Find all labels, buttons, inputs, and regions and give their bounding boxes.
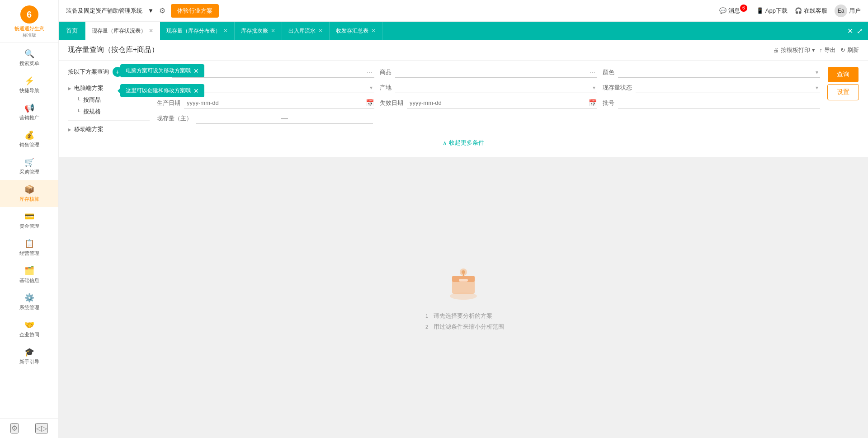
warehouse-dots[interactable]: ··· — [365, 68, 374, 76]
tab-recv-summary[interactable]: 收发存汇总表 ✕ — [330, 22, 382, 40]
expire-date-calendar-icon[interactable]: 📅 — [589, 99, 597, 107]
sidebar-item-marketing[interactable]: 📢 营销推广 — [0, 99, 58, 126]
app-download-item[interactable]: 📱 App下载 — [756, 7, 788, 15]
sidebar-item-operations[interactable]: 📋 经营管理 — [0, 234, 58, 261]
notification-item[interactable]: 💬 消息 6 — [719, 7, 749, 15]
empty-state: 1 请先选择要分析的方案 2 用过滤条件来缩小分析范围 — [59, 157, 868, 438]
sidebar-logo: 6 畅通通好生意 标准版 — [0, 0, 58, 42]
empty-illustration — [443, 262, 484, 303]
tab-close-recv-summary[interactable]: ✕ — [371, 28, 376, 34]
filter-stock-status-col: 现存量状态 ▾ — [603, 82, 820, 93]
avatar: Ea — [835, 5, 847, 17]
batch-input[interactable] — [618, 98, 820, 108]
filter-stock-main-col: 现存量（主） — — [157, 113, 347, 124]
phone-icon: 📱 — [756, 7, 764, 14]
filter-expire-date-col: 失效日期 📅 — [380, 98, 597, 108]
guide-icon: 🎓 — [24, 347, 34, 357]
page-header: 现存量查询（按仓库+商品） 🖨 按模板打印 ▾ ↑ 导出 ↻ 刷新 — [59, 40, 868, 61]
main-area: 装备及固定资产辅助管理系统 ▼ ⚙ 体验行业方案 💬 消息 6 📱 App下载 … — [59, 0, 868, 438]
export-btn[interactable]: ↑ 导出 — [820, 46, 836, 54]
refresh-btn[interactable]: ↻ 刷新 — [840, 46, 859, 54]
sidebar-item-basic[interactable]: 🗂️ 基础信息 — [0, 261, 58, 288]
size-dropdown-icon: ▾ — [368, 85, 374, 91]
tab-close-inout-flow[interactable]: ✕ — [318, 28, 323, 34]
system-icon: ⚙️ — [24, 293, 34, 303]
tab-home[interactable]: 首页 — [59, 22, 85, 40]
collapse-btn-row: ∧ 收起更多条件 — [68, 135, 859, 151]
stock-main-to[interactable] — [292, 113, 373, 123]
sidebar-item-sales[interactable]: 💰 销售管理 — [0, 126, 58, 153]
sidebar-nav: 🔍 搜索菜单 ⚡ 快捷导航 📢 营销推广 💰 销售管理 🛒 采购管理 📦 库存核… — [0, 42, 58, 418]
tab-batch-ledger[interactable]: 库存批次账 ✕ — [235, 22, 282, 40]
industry-btn[interactable]: 体验行业方案 — [171, 4, 219, 18]
sidebar-item-guide[interactable]: 🎓 新手引导 — [0, 343, 58, 370]
stock-main-from[interactable] — [196, 113, 277, 123]
search-btn[interactable]: 查询 — [828, 67, 859, 82]
tab-close-inventory-dist[interactable]: ✕ — [223, 28, 228, 34]
marketing-icon: 📢 — [24, 103, 34, 113]
purchase-icon: 🛒 — [24, 157, 34, 167]
origin-input[interactable] — [395, 82, 591, 93]
produce-date-calendar-icon[interactable]: 📅 — [366, 99, 374, 107]
finance-icon: 💳 — [24, 212, 34, 221]
origin-dropdown-icon: ▾ — [591, 85, 597, 91]
expire-date-from[interactable] — [407, 98, 587, 108]
quick-nav-icon: ⚡ — [24, 76, 34, 86]
print-dropdown-icon: ▾ — [812, 47, 815, 53]
stock-status-dropdown-icon: ▾ — [814, 85, 820, 91]
svg-rect-3 — [459, 279, 468, 282]
sidebar-item-search-menu[interactable]: 🔍 搜索菜单 — [0, 44, 58, 71]
scheme-tooltip-desktop: 电脑方案可设为移动方案哦 ✕ — [120, 64, 204, 77]
tab-inventory-status[interactable]: 现存量（库存状况表） ✕ — [85, 22, 160, 40]
filter-batch-col: 批号 — [603, 98, 820, 108]
notification-icon: 💬 — [719, 7, 726, 14]
topbar-gear-icon[interactable]: ⚙ — [159, 6, 165, 15]
produce-date-from[interactable] — [184, 98, 364, 108]
scheme-tooltip-close[interactable]: ✕ — [193, 67, 199, 75]
filter-origin-col: 产地 ▾ — [380, 82, 597, 93]
topbar-right: 💬 消息 6 📱 App下载 🎧 在线客服 Ea 用户 — [719, 5, 861, 17]
user-item[interactable]: Ea 用户 — [835, 5, 861, 17]
enterprise-icon: 🤝 — [24, 320, 34, 330]
goods-label: 商品 — [380, 68, 392, 76]
batch-label: 批号 — [603, 99, 614, 107]
sidebar-item-quick-nav[interactable]: ⚡ 快捷导航 — [0, 71, 58, 99]
sidebar-item-inventory[interactable]: 📦 库存核算 — [0, 180, 58, 207]
svg-point-5 — [462, 270, 465, 274]
scheme-tooltip2-close[interactable]: ✕ — [193, 87, 199, 94]
system-dropdown-btn[interactable]: ▼ — [148, 7, 154, 14]
stock-status-input[interactable] — [636, 82, 814, 93]
sidebar-settings-btn[interactable]: ⚙ — [10, 423, 19, 433]
empty-tips: 1 请先选择要分析的方案 2 用过滤条件来缩小分析范围 — [423, 312, 504, 334]
filter-fields: 仓库 ··· 商品 ··· — [157, 67, 820, 126]
goods-dots[interactable]: ··· — [588, 68, 597, 76]
sidebar-item-finance[interactable]: 💳 资金管理 — [0, 207, 58, 234]
tip-item-2: 2 用过滤条件来缩小分析范围 — [423, 323, 504, 331]
inventory-icon: 📦 — [24, 184, 34, 194]
sidebar-item-purchase[interactable]: 🛒 采购管理 — [0, 153, 58, 180]
tab-close-batch-ledger[interactable]: ✕ — [271, 28, 275, 34]
sidebar-collapse-btn[interactable]: ◁▷ — [35, 423, 48, 433]
system-name: 装备及固定资产辅助管理系统 — [66, 7, 142, 15]
search-menu-icon: 🔍 — [24, 49, 34, 59]
print-btn[interactable]: 🖨 按模板打印 ▾ — [773, 46, 815, 54]
expire-date-label: 失效日期 — [380, 99, 403, 107]
goods-input[interactable] — [395, 67, 588, 77]
tab-close-all-btn[interactable]: ✕ — [847, 27, 853, 35]
tab-inout-flow[interactable]: 出入库流水 ✕ — [282, 22, 330, 40]
tab-close-inventory-status[interactable]: ✕ — [149, 28, 153, 34]
headset-icon: 🎧 — [795, 7, 802, 14]
color-input[interactable] — [618, 67, 814, 77]
stock-main-label: 现存量（主） — [157, 114, 192, 122]
tab-fullscreen-btn[interactable]: ⤢ — [857, 27, 863, 35]
scheme-desktop-spec[interactable]: └ 按规格 — [68, 106, 150, 118]
scheme-mobile[interactable]: ▶ 移动端方案 — [68, 123, 150, 135]
reset-btn[interactable]: 设置 — [827, 84, 859, 100]
collapse-btn[interactable]: ∧ 收起更多条件 — [443, 139, 484, 147]
basic-icon: 🗂️ — [24, 266, 34, 276]
sidebar-item-enterprise[interactable]: 🤝 企业协同 — [0, 316, 58, 343]
sidebar-item-system[interactable]: ⚙️ 系统管理 — [0, 288, 58, 316]
operations-icon: 📋 — [24, 239, 34, 249]
online-support-item[interactable]: 🎧 在线客服 — [795, 7, 827, 15]
tab-inventory-dist[interactable]: 现存量（库存分布表） ✕ — [160, 22, 235, 40]
